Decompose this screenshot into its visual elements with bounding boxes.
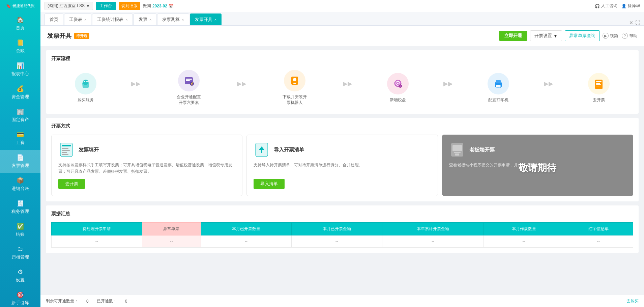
summary-header-month-void: 本月作废数量 <box>484 223 564 235</box>
tab-invoice-open[interactable]: 发票开具 × <box>190 13 222 25</box>
import-method-title: 导入开票清单 <box>274 147 304 153</box>
tab-invoice-calc-close[interactable]: × <box>182 18 184 22</box>
buy-link[interactable]: 去购买 <box>626 298 639 304</box>
flow-title: 开票流程 <box>51 56 633 62</box>
summary-header-red-info: 红字信息单 <box>564 223 633 235</box>
flow-step-open[interactable]: 去开票 <box>588 73 610 103</box>
sidebar-item-reports[interactable]: 📊 报表中心 <box>0 58 40 81</box>
tab-invoice-calc-label: 发票测算 <box>162 17 180 23</box>
download-label: 下载并安装开票机器人 <box>281 94 308 106</box>
tab-invoice[interactable]: 发票 × <box>134 13 156 25</box>
flow-step-buy-service[interactable]: 购买服务 <box>75 73 96 103</box>
sidebar: 🔖 畅捷通易代账 🏠 首页 📒 总账 📊 报表中心 💰 资金管理 🏢 固定资产 … <box>0 0 40 307</box>
boss-method-icon <box>449 142 465 158</box>
sidebar-item-assets[interactable]: 🏢 固定资产 <box>0 104 40 127</box>
help-icon[interactable]: ? <box>622 33 628 39</box>
svg-rect-25 <box>596 86 599 86</box>
tab-payroll-report[interactable]: 工资统计报表 × <box>92 13 133 25</box>
svg-point-9 <box>293 78 296 81</box>
svg-rect-28 <box>62 148 68 149</box>
sidebar-item-archive[interactable]: 🗂 归档管理 <box>0 242 40 264</box>
tab-payroll-table-close[interactable]: × <box>84 18 86 22</box>
config-circle: ⚡ <box>178 70 200 91</box>
sidebar-item-purchase[interactable]: 📦 进销台账 <box>0 173 40 196</box>
tab-invoice-close[interactable]: × <box>149 18 151 22</box>
sidebar-logo: 🔖 畅捷通易代账 <box>0 0 40 12</box>
manual-invoice-button[interactable]: 去开票 <box>58 179 85 189</box>
service-label: 人工咨询 <box>601 3 617 9</box>
user-avatar-icon: 👤 <box>621 4 626 8</box>
open-settings-button[interactable]: 开票设置 ▼ <box>530 30 562 41</box>
taxbox-circle: + <box>387 73 409 94</box>
workbench-button[interactable]: 工作台 <box>96 2 116 10</box>
page-title-text: 发票开具 <box>47 32 71 40</box>
method-card-manual-header: 发票填开 <box>58 142 235 158</box>
user-profile[interactable]: 👤 徐泽华 <box>621 3 640 9</box>
sidebar-item-ledger[interactable]: 📒 总账 <box>0 35 40 58</box>
method-card-boss-header: 老板端开票 <box>449 142 626 158</box>
calendar-icon[interactable]: 📅 <box>169 4 174 8</box>
service-icon: 🎧 <box>595 4 600 8</box>
tab-payroll-table[interactable]: 工资表 × <box>64 13 91 25</box>
flow-step-taxbox[interactable]: + 新增税盘 <box>387 73 409 103</box>
flow-steps: 购买服务 ▶▶ ⚡ 企业开通配置开票六要素 ▶▶ 下载并安装开票机器人 ▶ <box>51 67 633 108</box>
status-badge: 待开通 <box>74 33 89 39</box>
sidebar-item-label: 报表中心 <box>11 71 29 77</box>
assets-icon: 🏢 <box>17 108 24 115</box>
svg-rect-23 <box>596 83 600 84</box>
flow-step-config[interactable]: ⚡ 企业开通配置开票六要素 <box>175 70 202 106</box>
cell-abnormal: -- <box>142 235 201 248</box>
sidebar-item-label: 新手引导 <box>11 300 29 306</box>
tab-home[interactable]: 首页 <box>45 13 63 25</box>
company-selector[interactable]: (勾到) 江西服室-LSS ▼ <box>45 2 93 10</box>
sidebar-item-payroll[interactable]: 💳 工资 <box>0 127 40 150</box>
sidebar-item-label: 归档管理 <box>11 254 29 260</box>
tab-bar-icons: ✕ ⛶ <box>629 20 640 25</box>
config-label: 企业开通配置开票六要素 <box>175 94 202 106</box>
settlement-icon: ✅ <box>17 223 24 230</box>
flow-step-printer[interactable]: 配置打印机 <box>488 73 509 103</box>
old-version-button[interactable]: 切到旧版 <box>119 2 140 10</box>
method-card-manual: 发票填开 支持按照发票样式手工填写开发票；可开具增值税电子普通发票、增值税普通发… <box>51 135 242 196</box>
svg-rect-5 <box>186 80 190 81</box>
svg-text:⚡: ⚡ <box>190 82 194 86</box>
open-now-button[interactable]: 立即开通 <box>499 31 527 41</box>
cell-month-count: -- <box>201 235 291 248</box>
logo-icon: 🔖 <box>6 4 11 8</box>
remaining-label: 剩余可开通数量： <box>46 298 78 304</box>
svg-rect-31 <box>62 154 68 155</box>
import-invoice-button[interactable]: 导入清单 <box>254 179 285 189</box>
funds-icon: 💰 <box>17 85 24 92</box>
cell-year-amount: -- <box>382 235 484 248</box>
sidebar-item-funds[interactable]: 💰 资金管理 <box>0 81 40 104</box>
cell-month-amount: -- <box>291 235 382 248</box>
sidebar-item-settlement[interactable]: ✅ 结账 <box>0 219 40 242</box>
topbar-right: 🎧 人工咨询 👤 徐泽华 <box>595 3 640 9</box>
sidebar-item-home[interactable]: 🏠 首页 <box>0 12 40 35</box>
close-window-button[interactable]: ✕ <box>629 20 633 25</box>
abnormal-query-button[interactable]: 异常单票查询 <box>565 30 600 41</box>
tab-payroll-report-close[interactable]: × <box>125 18 127 22</box>
summary-header-pending: 待处理开票申请 <box>52 223 142 235</box>
sidebar-item-invoice[interactable]: 📄 发票管理 <box>0 150 40 173</box>
opened-value: 0 <box>125 299 127 304</box>
coming-soon-text: 敬请期待 <box>519 162 556 174</box>
open-invoice-circle <box>588 73 610 94</box>
expand-window-button[interactable]: ⛶ <box>635 20 640 25</box>
svg-rect-19 <box>497 86 500 86</box>
flow-step-download[interactable]: 下载并安装开票机器人 <box>281 70 308 106</box>
customer-service[interactable]: 🎧 人工咨询 <box>595 3 617 9</box>
summary-header-year-amount: 本年累计开票金额 <box>382 223 484 235</box>
topbar: (勾到) 江西服室-LSS ▼ 工作台 切到旧版 账期 2023-02 📅 🎧 … <box>40 0 644 12</box>
tabbar: 首页 工资表 × 工资统计报表 × 发票 × 发票测算 × 发票开具 × ✕ ⛶ <box>40 12 644 26</box>
period-info: 账期 2023-02 📅 <box>143 3 174 9</box>
tab-invoice-calc[interactable]: 发票测算 × <box>157 13 189 25</box>
sidebar-item-settings[interactable]: ⚙ 设置 <box>0 264 40 287</box>
sidebar-item-tax[interactable]: 🧾 税务管理 <box>0 196 40 219</box>
video-icon[interactable]: ▶ <box>603 33 609 39</box>
settings-icon: ⚙ <box>18 268 23 276</box>
tab-invoice-open-close[interactable]: × <box>214 18 216 22</box>
help-label: 帮助 <box>629 33 637 39</box>
svg-rect-17 <box>496 80 501 83</box>
sidebar-item-guide[interactable]: 🎯 新手引导 <box>0 287 40 307</box>
